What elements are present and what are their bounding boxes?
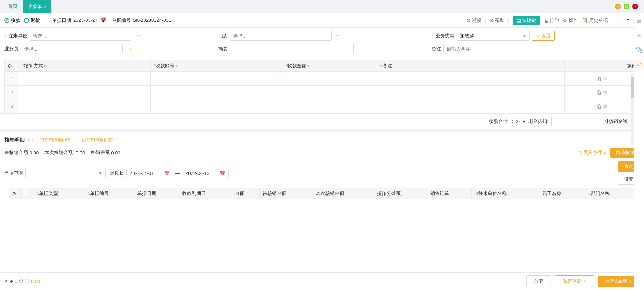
row-3-settlement[interactable] bbox=[19, 99, 151, 113]
page-footer: 本单上欠 ⓘ 0.00 放弃 保存草稿 ∧ 保存&新增 ∧ bbox=[0, 272, 644, 290]
shortcut-button[interactable]: ▤ 快捷键 bbox=[513, 16, 540, 25]
print-icon: 🖨 bbox=[543, 17, 549, 23]
shortcut-icon: ▤ bbox=[517, 17, 521, 23]
range-label: 单据范围 bbox=[4, 170, 23, 176]
tab-home-label: 首页 bbox=[8, 3, 17, 10]
print-link[interactable]: 🖨 打印 bbox=[543, 17, 559, 24]
row-1-delete-btn[interactable]: 🗑 bbox=[597, 76, 602, 82]
store-label: 门店 bbox=[218, 32, 228, 39]
discount-input[interactable] bbox=[551, 117, 595, 126]
salesperson-input[interactable] bbox=[21, 44, 123, 54]
col-current-writeoff: 本次核销金额 bbox=[313, 188, 374, 199]
row-2-delete-btn[interactable]: 🗑 bbox=[597, 90, 602, 95]
row-3-account[interactable] bbox=[151, 99, 282, 113]
save-new-button[interactable]: 保存&新增 ∧ bbox=[598, 276, 640, 287]
row-3-copy-btn[interactable]: ⧉ bbox=[603, 103, 607, 109]
history-icon: 📋 bbox=[582, 17, 588, 23]
done-tab-link[interactable]: 已核销单据(0笔) bbox=[79, 136, 117, 145]
row-3-delete-btn[interactable]: 🗑 bbox=[597, 103, 602, 109]
bottom-table-section: ⚙ ⇅单据类型 ⇅单据编号 单据日期 收款到期日 金额 待核销金额 本次核销金额… bbox=[4, 188, 640, 199]
range-select[interactable]: ▼ bbox=[25, 168, 106, 178]
row-num-2: 2 bbox=[5, 86, 19, 99]
row-3-amount[interactable] bbox=[282, 99, 376, 113]
toolbar-actions: ⊙ 视频 | ⊙ 帮助 | ▤ 快捷键 🖨 打印 ⚙ 操作 📋 bbox=[466, 16, 640, 25]
footer-total-value: 0.00 bbox=[31, 279, 40, 284]
row-2-remark[interactable] bbox=[376, 86, 564, 99]
calendar-icon[interactable]: 📅 bbox=[100, 17, 106, 23]
receipt-radio[interactable]: 收款 bbox=[4, 17, 20, 24]
history-link[interactable]: 📋 历史单据 bbox=[582, 17, 608, 24]
store-more-btn[interactable]: ··· bbox=[334, 32, 342, 39]
close-icon[interactable]: × bbox=[44, 4, 46, 9]
counterpart-more-btn[interactable]: ··· bbox=[134, 32, 141, 39]
memo-input[interactable] bbox=[230, 44, 354, 54]
window-close-button[interactable]: × bbox=[632, 4, 638, 9]
row-2-settlement[interactable] bbox=[19, 86, 151, 99]
operate-icon: ⚙ bbox=[563, 17, 568, 23]
col-receipt-due: 收款到期日 bbox=[179, 188, 232, 199]
more-conditions-link[interactable]: ▽ 更多条件 ∧ bbox=[578, 149, 607, 156]
toolbar: 收款 退款 单据日期 2023-03-24 📅 单据编号 SK-20230324… bbox=[0, 13, 644, 28]
receipt-table: ⚙ *结算方式⇅ *收款账号⇅ *收款金额⇅ ⇅备注 操作 bbox=[4, 60, 640, 113]
form-area: * 往来单位 ··· 门店 ··· * 业务类型 预收款 ▼ ⚙ bbox=[0, 28, 644, 60]
abandon-button[interactable]: 放弃 bbox=[526, 275, 551, 287]
refund-radio[interactable]: 退款 bbox=[24, 17, 40, 24]
total-label: 收款合计 bbox=[489, 118, 508, 125]
maximize-button[interactable]: □ bbox=[624, 4, 629, 9]
due-date-from-input[interactable] bbox=[130, 171, 162, 176]
chevron-up-icon: ∧ bbox=[603, 150, 607, 156]
row-1-amount[interactable] bbox=[282, 72, 376, 86]
biz-type-select[interactable]: 预收款 ▼ bbox=[457, 31, 530, 41]
row-1-remark[interactable] bbox=[376, 72, 564, 86]
list-view-icon[interactable]: ≡ bbox=[626, 17, 629, 23]
minimize-button[interactable]: − bbox=[615, 4, 621, 9]
select-all-checkbox[interactable] bbox=[24, 191, 28, 195]
due-date-to-wrap[interactable]: 📅 bbox=[182, 169, 229, 177]
store-input[interactable] bbox=[230, 31, 332, 41]
bill-no-value: SK-20230324-001 bbox=[133, 17, 172, 23]
tab-receipt[interactable]: 收款单 × bbox=[23, 0, 51, 13]
salesperson-more-btn[interactable]: ··· bbox=[125, 46, 133, 52]
discount-label: 现金折扣: bbox=[528, 118, 549, 125]
row-2-copy-btn[interactable]: ⧉ bbox=[603, 89, 607, 95]
due-date-from-wrap[interactable]: 📅 bbox=[126, 169, 173, 177]
draft-button[interactable]: 保存草稿 ∧ bbox=[555, 275, 594, 287]
form-settings-button[interactable]: ⚙ 设置 bbox=[532, 31, 555, 41]
row-2-amount[interactable] bbox=[282, 86, 376, 99]
row-2-account[interactable] bbox=[151, 86, 282, 99]
right-panel-table-icon[interactable]: ▤ bbox=[635, 16, 644, 25]
salesperson-label: 业务员 bbox=[4, 46, 19, 52]
receipt-radio-label: 收款 bbox=[11, 17, 20, 24]
row-1-settlement[interactable] bbox=[19, 72, 151, 86]
right-panel-expand-icon[interactable]: ⤢ bbox=[635, 60, 644, 68]
scroll-track[interactable] bbox=[631, 73, 634, 146]
writeoff-checkbox-th[interactable] bbox=[21, 188, 32, 199]
right-panel-clip-icon[interactable]: 📎 bbox=[635, 45, 644, 54]
due-date-from-calendar-icon[interactable]: 📅 bbox=[164, 171, 170, 176]
due-date-to-calendar-icon[interactable]: 📅 bbox=[220, 171, 225, 176]
writeoff-gear-th[interactable]: ⚙ bbox=[9, 188, 21, 199]
due-date-field: 到期日 📅 — 📅 bbox=[110, 169, 229, 177]
scroll-thumb[interactable] bbox=[631, 77, 634, 98]
col-bill-type: ⇅单据类型 bbox=[32, 188, 83, 199]
pending-tab-link[interactable]: 待核销单据(0笔) bbox=[37, 136, 75, 145]
tab-home[interactable]: 首页 bbox=[3, 0, 23, 13]
footer-total: 本单上欠 ⓘ 0.00 bbox=[4, 278, 40, 285]
biz-type-value: 预收款 bbox=[460, 32, 474, 39]
counterpart-input[interactable] bbox=[30, 31, 131, 41]
col-discount-share: 折扣分摊额 bbox=[374, 188, 427, 199]
footer-info-icon[interactable]: ⓘ bbox=[25, 278, 30, 285]
due-date-to-input[interactable] bbox=[185, 171, 218, 176]
row-1-account[interactable] bbox=[151, 72, 282, 86]
help-link[interactable]: ⊙ 帮助 bbox=[490, 17, 504, 24]
info-icon[interactable]: ⓘ bbox=[28, 137, 33, 144]
col-bill-no: ⇅单据编号 bbox=[83, 188, 134, 199]
video-link[interactable]: ⊙ 视频 bbox=[466, 17, 481, 24]
right-panel-mail-icon[interactable]: ✉ bbox=[635, 31, 644, 39]
row-3-remark[interactable] bbox=[376, 99, 564, 113]
col-pending-amount: 待核销金额 bbox=[260, 188, 313, 199]
remark-input[interactable] bbox=[443, 44, 545, 54]
row-1-copy-btn[interactable]: ⧉ bbox=[603, 75, 607, 82]
operate-link[interactable]: ⚙ 操作 bbox=[563, 17, 578, 24]
table-settings-th[interactable]: ⚙ bbox=[5, 60, 19, 72]
